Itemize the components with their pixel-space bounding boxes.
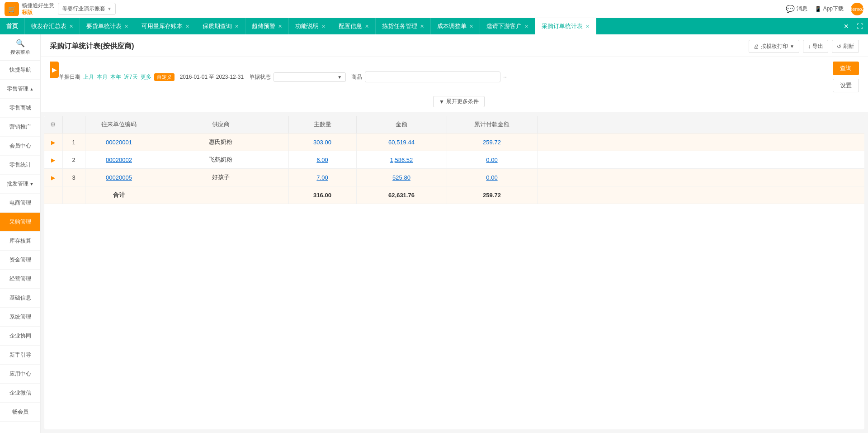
print-button[interactable]: 🖨 按模板打印 ▼ (749, 40, 799, 53)
filter-date-range-item: 2016-01-01 至 2023-12-31 (180, 73, 244, 81)
date-link-last-month[interactable]: 上月 (83, 73, 94, 81)
sidebar-item-purchase-mgmt[interactable]: 采购管理 (0, 213, 40, 232)
filter-goods-item: 商品 ··· (351, 71, 508, 82)
row-code: 00020001 (85, 133, 153, 151)
date-custom-btn[interactable]: 自定义 (154, 73, 175, 81)
sidebar-item-ecommerce-mgmt[interactable]: 电商管理 (0, 194, 40, 213)
sidebar-item-retail-mall[interactable]: 零售商城 (0, 99, 40, 118)
row-expand[interactable]: ▶ (44, 133, 62, 151)
tab-purchase-summary[interactable]: 采购订单统计表 ✕ (535, 18, 596, 34)
sidebar-item-quick-nav[interactable]: 快捷导航 (0, 61, 40, 80)
close-icon[interactable]: ✕ (235, 24, 239, 29)
close-icon[interactable]: ✕ (420, 24, 424, 29)
close-icon[interactable]: ✕ (124, 24, 128, 29)
sidebar-item-retail-stats[interactable]: 零售统计 (0, 156, 40, 175)
sidebar-item-member-center[interactable]: 会员中心 (0, 137, 40, 156)
nav-expand-btn[interactable]: ⛶ (854, 20, 866, 33)
row-qty: 6.00 (288, 151, 356, 169)
main-layout: 🔍 搜索菜单 快捷导航 零售管理 ▲ 零售商城 营销推广 会员中心 零售统计 批… (0, 34, 868, 433)
date-link-more[interactable]: 更多 (141, 73, 151, 81)
date-link-7days[interactable]: 近7天 (124, 73, 138, 81)
tab-pick-task[interactable]: 拣货任务管理 ✕ (376, 18, 431, 34)
query-button[interactable]: 查询 (833, 62, 859, 75)
chevron-down-icon: ▼ (107, 6, 112, 11)
col-code: 往来单位编码 (85, 116, 153, 133)
row-qty: 303.00 (288, 133, 356, 151)
sidebar-item-finance-mgmt[interactable]: 资金管理 (0, 251, 40, 270)
more-icon[interactable]: ··· (503, 74, 508, 80)
nav-close-btn[interactable]: ✕ (840, 20, 853, 33)
tab-overstock-warning[interactable]: 超储预警 ✕ (245, 18, 289, 34)
filter-goods-input[interactable] (365, 71, 500, 82)
sidebar-item-new-guide[interactable]: 新手引导 (0, 346, 40, 365)
date-link-this-year[interactable]: 本年 (110, 73, 121, 81)
close-icon[interactable]: ✕ (185, 24, 189, 29)
expand-conditions-btn[interactable]: ▼ 展开更多条件 (433, 96, 485, 107)
message-btn[interactable]: 💬 消息 (786, 5, 807, 13)
tab-cost-adjust[interactable]: 成本调整单 ✕ (431, 18, 480, 34)
sidebar-item-basic-info[interactable]: 基础信息 (0, 289, 40, 308)
row-amount: 60,519.44 (356, 133, 447, 151)
sidebar-item-enterprise-collab[interactable]: 企业协同 (0, 327, 40, 346)
sidebar-item-system-mgmt[interactable]: 系统管理 (0, 308, 40, 327)
page-header: 采购订单统计表(按供应商) 🖨 按模板打印 ▼ ↓ 导出 ↺ 刷新 (41, 34, 868, 57)
tab-config-info[interactable]: 配置信息 ✕ (332, 18, 376, 34)
tab-receive-summary[interactable]: 收发存汇总表 ✕ (25, 18, 80, 34)
avatar[interactable]: demo2 (851, 3, 863, 15)
chevron-down-icon: ▼ (337, 75, 342, 80)
filter-status-select[interactable]: ▼ (274, 72, 346, 82)
gear-icon[interactable]: ⚙ (50, 121, 56, 128)
row-expand[interactable]: ▶ (44, 151, 62, 169)
close-icon[interactable]: ✕ (69, 24, 73, 29)
print-icon: 🖨 (754, 43, 759, 50)
table-header-row: ⚙ 往来单位编码 供应商 主数量 金额 累计付款金额 (44, 116, 864, 133)
date-link-this-month[interactable]: 本月 (97, 73, 108, 81)
settings-button[interactable]: 设置 (833, 79, 859, 92)
sidebar-item-app-center[interactable]: 应用中心 (0, 365, 40, 384)
tab-available-stock[interactable]: 可用量库存账本 ✕ (135, 18, 196, 34)
sidebar-item-operations-mgmt[interactable]: 经营管理 (0, 270, 40, 289)
data-table: ⚙ 往来单位编码 供应商 主数量 金额 累计付款金额 ▶ 1 00020001 … (44, 116, 864, 204)
sidebar: 🔍 搜索菜单 快捷导航 零售管理 ▲ 零售商城 营销推广 会员中心 零售统计 批… (0, 34, 41, 433)
footer-extra-cell (537, 186, 864, 204)
sidebar-item-enterprise-wechat[interactable]: 企业微信 (0, 384, 40, 403)
sidebar-item-inventory-check[interactable]: 库存核算 (0, 232, 40, 251)
row-paid: 0.00 (447, 169, 537, 186)
filter-date-item: 单据日期 上月 本月 本年 近7天 更多 自定义 (59, 73, 175, 81)
export-button[interactable]: ↓ 导出 (803, 40, 828, 53)
tab-order-summary[interactable]: 要货单统计表 ✕ (80, 18, 135, 34)
col-settings: ⚙ (44, 116, 62, 133)
tab-invite-downstream[interactable]: 邀请下游客户 ✕ (480, 18, 535, 34)
sidebar-item-marketing[interactable]: 营销推广 (0, 118, 40, 137)
chevron-down-icon: ▼ (790, 44, 794, 49)
app-download-btn[interactable]: 📱 App下载 (815, 5, 844, 13)
sidebar-item-wholesale-mgmt[interactable]: 批发管理 ▼ (0, 175, 40, 194)
close-icon[interactable]: ✕ (524, 24, 528, 29)
close-icon[interactable]: ✕ (321, 24, 326, 29)
close-icon[interactable]: ✕ (585, 24, 590, 29)
row-code: 00020005 (85, 169, 153, 186)
sidebar-item-retail-management[interactable]: 零售管理 ▲ (0, 80, 40, 99)
nav-end-buttons: ✕ ⛶ (840, 20, 868, 33)
filter-area: ▶ 单据日期 上月 本月 本年 近7天 更多 自定义 (41, 57, 868, 112)
table-area: ⚙ 往来单位编码 供应商 主数量 金额 累计付款金额 ▶ 1 00020001 … (44, 116, 864, 429)
filter-section: ▶ 单据日期 上月 本月 本年 近7天 更多 自定义 (50, 62, 859, 107)
tab-function-desc[interactable]: 功能说明 ✕ (289, 18, 332, 34)
sidebar-search[interactable]: 🔍 搜索菜单 (0, 34, 40, 61)
row-extra (537, 151, 864, 169)
footer-paid-cell: 259.72 (447, 186, 537, 204)
close-icon[interactable]: ✕ (365, 24, 369, 29)
filter-toggle-btn[interactable]: ▶ (50, 62, 59, 78)
chevron-down-icon: ▼ (30, 182, 34, 186)
tab-expiry-query[interactable]: 保质期查询 ✕ (196, 18, 245, 34)
workspace-selector[interactable]: 母婴行业演示账套 ▼ (58, 3, 116, 15)
close-icon[interactable]: ✕ (278, 24, 282, 29)
sidebar-item-vip-member[interactable]: 畅会员 (0, 403, 40, 422)
tab-home[interactable]: 首页 (0, 18, 25, 34)
page-title: 采购订单统计表(按供应商) (50, 42, 134, 51)
refresh-button[interactable]: ↺ 刷新 (832, 40, 859, 53)
row-expand[interactable]: ▶ (44, 169, 62, 186)
chevron-down-icon: ▼ (439, 99, 444, 105)
close-icon[interactable]: ✕ (469, 24, 473, 29)
filter-row-1: 单据日期 上月 本月 本年 近7天 更多 自定义 2016-01-0 (59, 62, 859, 92)
